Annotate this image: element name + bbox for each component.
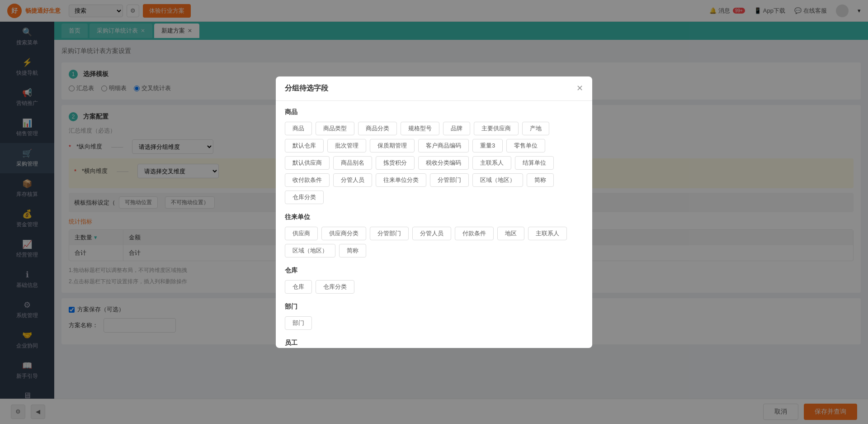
field-tag[interactable]: 往来单位分类 <box>376 173 426 187</box>
field-tag[interactable]: 区域（地区） <box>472 173 523 187</box>
field-tag[interactable]: 分管部门 <box>370 227 409 240</box>
field-tag[interactable]: 分管人员 <box>333 173 372 187</box>
field-section: 往来单位供应商供应商分类分管部门分管人员付款条件地区主联系人区域（地区）简称 <box>285 213 583 257</box>
field-tag[interactable]: 仓库 <box>285 280 312 294</box>
field-tag[interactable]: 零售单位 <box>506 139 545 152</box>
field-section: 仓库仓库仓库分类 <box>285 267 583 294</box>
field-tag[interactable]: 商品 <box>285 122 312 135</box>
field-tag[interactable]: 商品分类 <box>358 122 397 135</box>
field-section-title: 部门 <box>285 303 583 311</box>
field-tag[interactable]: 简称 <box>527 173 554 187</box>
field-tags: 供应商供应商分类分管部门分管人员付款条件地区主联系人区域（地区）简称 <box>285 227 583 257</box>
field-tag[interactable]: 简称 <box>339 244 366 257</box>
field-tag[interactable]: 分管部门 <box>430 173 469 187</box>
field-tag[interactable]: 部门 <box>285 316 312 330</box>
field-tag[interactable]: 区域（地区） <box>285 244 335 257</box>
modal-title: 分组待选字段 <box>285 84 328 93</box>
modal-body[interactable]: 商品商品商品类型商品分类规格型号品牌主要供应商产地默认仓库批次管理保质期管理客户… <box>276 101 592 348</box>
field-tag[interactable]: 仓库分类 <box>285 191 324 204</box>
field-tag[interactable]: 保质期管理 <box>370 139 415 152</box>
field-tag[interactable]: 重量3 <box>472 139 503 152</box>
field-tag[interactable]: 供应商 <box>285 227 318 240</box>
field-tag[interactable]: 批次管理 <box>327 139 366 152</box>
field-tags: 商品商品类型商品分类规格型号品牌主要供应商产地默认仓库批次管理保质期管理客户商品… <box>285 122 583 204</box>
field-tag[interactable]: 主要供应商 <box>474 122 519 135</box>
field-section-title: 商品 <box>285 108 583 116</box>
field-section-title: 往来单位 <box>285 213 583 221</box>
field-tag[interactable]: 拣货积分 <box>376 156 415 170</box>
modal-overlay: 分组待选字段 ✕ 商品商品商品类型商品分类规格型号品牌主要供应商产地默认仓库批次… <box>0 0 868 424</box>
field-tag[interactable]: 分管人员 <box>412 227 451 240</box>
field-tag[interactable]: 客户商品编码 <box>418 139 469 152</box>
field-tag[interactable]: 规格型号 <box>401 122 439 135</box>
field-section: 商品商品商品类型商品分类规格型号品牌主要供应商产地默认仓库批次管理保质期管理客户… <box>285 108 583 204</box>
field-tag[interactable]: 主联系人 <box>528 227 567 240</box>
field-tag[interactable]: 产地 <box>522 122 549 135</box>
field-tag[interactable]: 地区 <box>497 227 524 240</box>
field-tag[interactable]: 默认供应商 <box>285 156 330 170</box>
modal: 分组待选字段 ✕ 商品商品商品类型商品分类规格型号品牌主要供应商产地默认仓库批次… <box>276 76 592 348</box>
field-section-title: 仓库 <box>285 267 583 275</box>
field-section-title: 员工 <box>285 339 583 347</box>
field-tag[interactable]: 供应商分类 <box>321 227 366 240</box>
field-tag[interactable]: 结算单位 <box>515 156 554 170</box>
field-tags: 部门 <box>285 316 583 330</box>
field-tag[interactable]: 品牌 <box>443 122 470 135</box>
modal-close-button[interactable]: ✕ <box>576 84 583 92</box>
modal-header: 分组待选字段 ✕ <box>276 76 592 101</box>
field-section: 员工业务员 <box>285 339 583 348</box>
field-tag[interactable]: 主联系人 <box>472 156 511 170</box>
field-tag[interactable]: 商品别名 <box>333 156 372 170</box>
field-tag[interactable]: 默认仓库 <box>285 139 324 152</box>
field-tags: 仓库仓库分类 <box>285 280 583 294</box>
field-section: 部门部门 <box>285 303 583 330</box>
field-tag[interactable]: 付款条件 <box>455 227 494 240</box>
field-tag[interactable]: 税收分类编码 <box>418 156 469 170</box>
field-tag[interactable]: 商品类型 <box>316 122 354 135</box>
field-tag[interactable]: 收付款条件 <box>285 173 330 187</box>
field-tag[interactable]: 仓库分类 <box>316 280 354 294</box>
